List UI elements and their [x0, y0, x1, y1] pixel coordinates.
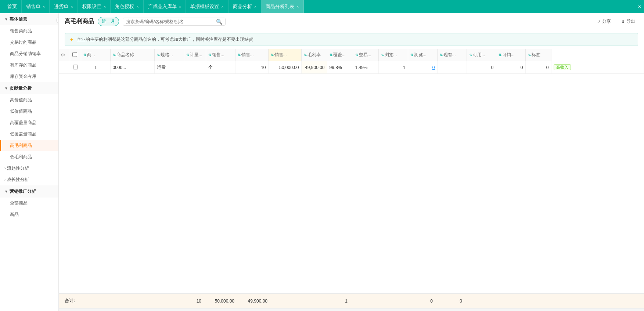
- sidebar-item-new-goods[interactable]: 新品: [0, 209, 58, 220]
- close-tab-role[interactable]: ×: [136, 4, 138, 9]
- th-pv2[interactable]: ⇅浏览...: [408, 49, 437, 61]
- sidebar-item-high-coverage-goods[interactable]: 高覆盖量商品: [0, 117, 58, 129]
- sidebar-group-growth-analysis[interactable]: › 成长性分析: [0, 174, 58, 185]
- collapse-arrow-trend: ›: [4, 166, 6, 170]
- sidebar-item-stock-fund-occupation[interactable]: 库存资金占用: [0, 71, 58, 82]
- horizontal-scrollbar[interactable]: [59, 308, 644, 311]
- main-layout: « ▼ 整体信息 销售类商品 交易过的商品 商品分销助销率 有库存的商品 库存资…: [0, 13, 644, 311]
- th-available-stock[interactable]: ⇅可用...: [467, 49, 496, 61]
- th-tag[interactable]: ⇅标签: [525, 49, 551, 61]
- search-icon[interactable]: 🔍: [216, 19, 222, 25]
- row-available: 0: [496, 61, 525, 74]
- sort-icon-sales-amt: ⇅: [238, 53, 241, 57]
- share-button[interactable]: ↗ 分享: [594, 17, 614, 26]
- search-input[interactable]: [126, 19, 216, 24]
- row-trade: 1: [378, 61, 408, 74]
- tab-product-analysis[interactable]: 商品分析 ×: [229, 0, 261, 13]
- tab-product-storage[interactable]: 产成品入库单 ×: [144, 0, 186, 13]
- tab-role-auth[interactable]: 角色授权 ×: [111, 0, 143, 13]
- sort-icon-sellable: ⇅: [499, 53, 501, 57]
- tab-purchase-order[interactable]: 进货单 ×: [50, 0, 78, 13]
- th-gross-rate[interactable]: ⇅毛利率: [301, 49, 327, 61]
- sidebar-item-traded-goods[interactable]: 交易过的商品: [0, 37, 58, 48]
- info-banner: ✦ 企业的主要的利润都是这部分商品创造的，可考虑加大推广，同时关注库存是不要出现…: [65, 33, 638, 46]
- sidebar-item-high-profit-goods[interactable]: 高毛利商品: [0, 140, 58, 151]
- sidebar-group-trend-analysis[interactable]: › 流趋性分析: [0, 163, 58, 174]
- tab-sales-order[interactable]: 销售单 ×: [22, 0, 50, 13]
- close-tab-analysis[interactable]: ×: [254, 4, 256, 9]
- export-button[interactable]: ⬇ 导出: [618, 17, 638, 26]
- sort-icon-pv2: ⇅: [410, 53, 413, 57]
- sidebar-group-overall-info[interactable]: ▼ 整体信息: [0, 13, 58, 25]
- sidebar-group-contribution-analysis[interactable]: ▼ 贡献量分析: [0, 82, 58, 94]
- total-sales-amt: 50,000.00: [204, 299, 237, 304]
- page-title: 高毛利商品: [65, 18, 94, 25]
- tag-high-income-badge: 高收入: [554, 64, 571, 70]
- sort-icon-coverage: ⇅: [330, 53, 332, 57]
- sort-icon-pv1: ⇅: [381, 53, 384, 57]
- close-tab-template[interactable]: ×: [221, 4, 223, 9]
- close-tab-sales-order[interactable]: ×: [43, 4, 45, 9]
- th-trade[interactable]: ⇅交易...: [353, 49, 378, 61]
- th-pv1[interactable]: ⇅浏览...: [378, 49, 408, 61]
- search-box: 🔍: [123, 18, 226, 26]
- row-sellable: 0: [525, 61, 551, 74]
- sidebar-item-high-value-goods[interactable]: 高价值商品: [0, 94, 58, 106]
- tab-template-settings[interactable]: 单据模板设置 ×: [186, 0, 228, 13]
- close-tab-analysis-list[interactable]: ×: [296, 4, 299, 9]
- tab-product-analysis-list[interactable]: 商品分析列表 ×: [261, 0, 303, 13]
- row-checkbox[interactable]: [73, 65, 78, 69]
- window-close-button[interactable]: ×: [638, 4, 641, 10]
- collapse-arrow-growth: ›: [4, 178, 6, 182]
- total-sales-cost: 49,900.00: [237, 299, 270, 304]
- th-coverage[interactable]: ⇅覆盖...: [327, 49, 353, 61]
- close-tab-purchase[interactable]: ×: [71, 4, 73, 9]
- close-tab-permission[interactable]: ×: [104, 4, 106, 9]
- sidebar-item-low-profit-goods[interactable]: 低毛利商品: [0, 151, 58, 163]
- th-name[interactable]: ⇅商品名称: [110, 49, 154, 61]
- row-sales-amt: 50,000.00: [268, 61, 301, 74]
- sidebar-item-goods-distribution-rate[interactable]: 商品分销助销率: [0, 48, 58, 59]
- share-icon: ↗: [597, 19, 601, 24]
- tab-home[interactable]: 首页: [3, 0, 22, 13]
- th-sales-amt[interactable]: ⇅销售...: [235, 49, 268, 61]
- tab-permission-settings[interactable]: 权限设置 ×: [78, 0, 111, 13]
- row-checkbox-cell[interactable]: [70, 61, 81, 74]
- close-tab-storage[interactable]: ×: [179, 4, 181, 9]
- data-table-container: ⚙ ⇅商... ⇅商品名称 ⇅规格... ⇅计量... ⇅销售... ⇅销售..…: [59, 49, 644, 293]
- row-coverage: 1.49%: [353, 61, 378, 74]
- sidebar-group-marketing-analysis[interactable]: ▼ 营销推广分析: [0, 185, 58, 198]
- sort-icon-current: ⇅: [440, 53, 443, 57]
- row-sales-cost: 49,900.00: [301, 61, 327, 74]
- th-settings[interactable]: ⚙: [59, 49, 70, 61]
- th-spec[interactable]: ⇅规格...: [154, 49, 184, 61]
- th-code[interactable]: ⇅商...: [81, 49, 110, 61]
- th-sales-qty[interactable]: ⇅销售...: [206, 49, 235, 61]
- sidebar-item-low-coverage-goods[interactable]: 低覆盖量商品: [0, 129, 58, 140]
- collapse-arrow-contribution: ▼: [4, 86, 8, 90]
- row-tag: 高收入: [551, 61, 644, 74]
- row-pv2: [437, 61, 467, 74]
- pv1-link[interactable]: 0: [432, 65, 435, 70]
- th-sales-cost[interactable]: ⇅销售...: [268, 49, 301, 61]
- total-current: 0: [406, 299, 436, 304]
- th-checkbox[interactable]: [70, 49, 81, 61]
- sort-icon-name: ⇅: [113, 53, 116, 57]
- sidebar-item-goods-in-stock[interactable]: 有库存的商品: [0, 59, 58, 71]
- th-unit[interactable]: ⇅计量...: [184, 49, 206, 61]
- sidebar-item-low-value-goods[interactable]: 低价值商品: [0, 106, 58, 117]
- table-row: 1 0000... 运费 个 10 50,000.00 49,900.00 99…: [59, 61, 644, 74]
- sidebar-item-all-goods[interactable]: 全部商品: [0, 198, 58, 209]
- sort-icon-sales-qty: ⇅: [208, 53, 211, 57]
- row-pv1[interactable]: 0: [408, 61, 437, 74]
- content-area: 高毛利商品 近一月 🔍 ↗ 分享 ⬇ 导出 ✦ 企业的主要的利润都是这部分商品创…: [59, 13, 644, 311]
- filter-recent-month-button[interactable]: 近一月: [98, 17, 119, 26]
- th-sellable-stock[interactable]: ⇅可销...: [496, 49, 525, 61]
- sort-icon-trade: ⇅: [355, 53, 358, 57]
- row-current: 0: [467, 61, 496, 74]
- select-all-checkbox[interactable]: [72, 52, 77, 57]
- footer-total-row: 合计: 10 50,000.00 49,900.00 1 0 0: [59, 293, 644, 308]
- th-current-stock[interactable]: ⇅现有...: [437, 49, 467, 61]
- sidebar-item-sales-goods[interactable]: 销售类商品: [0, 25, 58, 37]
- sort-icon-gross-rate: ⇅: [304, 53, 307, 57]
